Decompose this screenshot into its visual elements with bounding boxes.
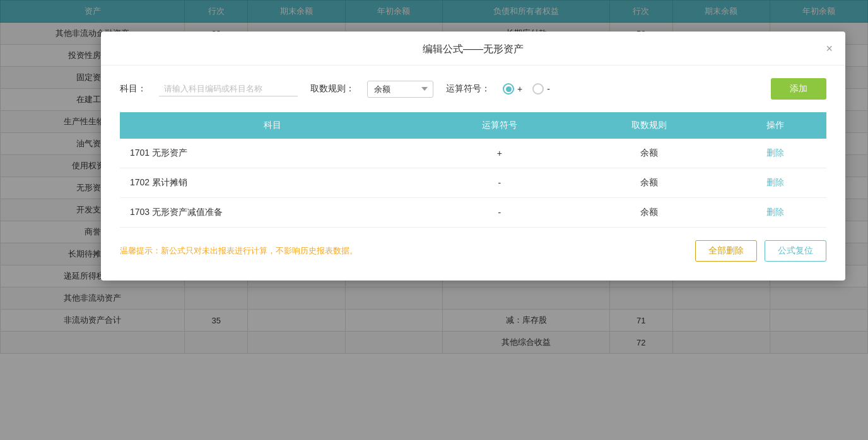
table-header-row: 科目 运算符号 取数规则 操作 bbox=[120, 112, 826, 139]
subject-input[interactable] bbox=[159, 81, 298, 96]
formula-subject-2: 1703 无形资产减值准备 bbox=[120, 198, 425, 228]
operator-minus-radio[interactable]: - bbox=[532, 83, 550, 95]
formula-row: 1702 累计摊销-余额删除 bbox=[120, 168, 826, 198]
reset-formula-button[interactable]: 公式复位 bbox=[765, 240, 826, 262]
formula-operator-2: - bbox=[425, 198, 574, 228]
rule-select[interactable]: 余额 借方 贷方 借方发生额 贷方发生额 bbox=[367, 81, 433, 98]
delete-all-button[interactable]: 全部删除 bbox=[695, 240, 757, 262]
hint-text: 温馨提示：新公式只对未出报表进行计算，不影响历史报表数据。 bbox=[120, 245, 358, 257]
formula-row: 1701 无形资产+余额删除 bbox=[120, 139, 826, 168]
formula-action-1: 删除 bbox=[724, 168, 826, 198]
delete-row-1-button[interactable]: 删除 bbox=[766, 177, 784, 187]
operator-plus-radio[interactable]: + bbox=[503, 83, 522, 95]
operator-minus-circle bbox=[532, 83, 544, 95]
operator-radio-group: + - bbox=[503, 83, 550, 95]
formula-operator-1: - bbox=[425, 168, 574, 198]
col-action: 操作 bbox=[724, 112, 826, 139]
formula-action-0: 删除 bbox=[724, 139, 826, 168]
modal-footer: 温馨提示：新公式只对未出报表进行计算，不影响历史报表数据。 全部删除 公式复位 bbox=[101, 228, 845, 262]
formula-subject-1: 1702 累计摊销 bbox=[120, 168, 425, 198]
modal-close-button[interactable]: × bbox=[826, 43, 833, 54]
modal-header: 编辑公式——无形资产 × bbox=[101, 32, 845, 66]
formula-table: 科目 运算符号 取数规则 操作 1701 无形资产+余额删除1702 累计摊销-… bbox=[120, 112, 826, 228]
formula-rule-0: 余额 bbox=[575, 139, 724, 168]
formula-operator-0: + bbox=[425, 139, 574, 168]
operator-label: 运算符号： bbox=[446, 83, 490, 95]
rule-label: 取数规则： bbox=[310, 83, 355, 95]
formula-rule-1: 余额 bbox=[575, 168, 724, 198]
col-operator: 运算符号 bbox=[425, 112, 574, 139]
add-button[interactable]: 添加 bbox=[771, 78, 826, 100]
footer-buttons: 全部删除 公式复位 bbox=[695, 240, 826, 262]
col-subject: 科目 bbox=[120, 112, 425, 139]
formula-action-2: 删除 bbox=[724, 198, 826, 228]
operator-minus-label: - bbox=[547, 84, 550, 94]
form-row: 科目： 取数规则： 余额 借方 贷方 借方发生额 贷方发生额 运算符号： + -… bbox=[101, 66, 845, 112]
formula-row: 1703 无形资产减值准备-余额删除 bbox=[120, 198, 826, 228]
delete-row-0-button[interactable]: 删除 bbox=[766, 148, 784, 158]
col-rule: 取数规则 bbox=[575, 112, 724, 139]
operator-plus-label: + bbox=[517, 84, 522, 94]
formula-subject-0: 1701 无形资产 bbox=[120, 139, 425, 168]
operator-plus-circle bbox=[503, 83, 514, 95]
modal-dialog: 编辑公式——无形资产 × 科目： 取数规则： 余额 借方 贷方 借方发生额 贷方… bbox=[101, 32, 845, 281]
data-table-wrapper: 科目 运算符号 取数规则 操作 1701 无形资产+余额删除1702 累计摊销-… bbox=[101, 112, 845, 228]
subject-label: 科目： bbox=[120, 83, 146, 95]
delete-row-2-button[interactable]: 删除 bbox=[766, 207, 784, 217]
modal-title: 编辑公式——无形资产 bbox=[423, 43, 524, 56]
formula-rule-2: 余额 bbox=[575, 198, 724, 228]
